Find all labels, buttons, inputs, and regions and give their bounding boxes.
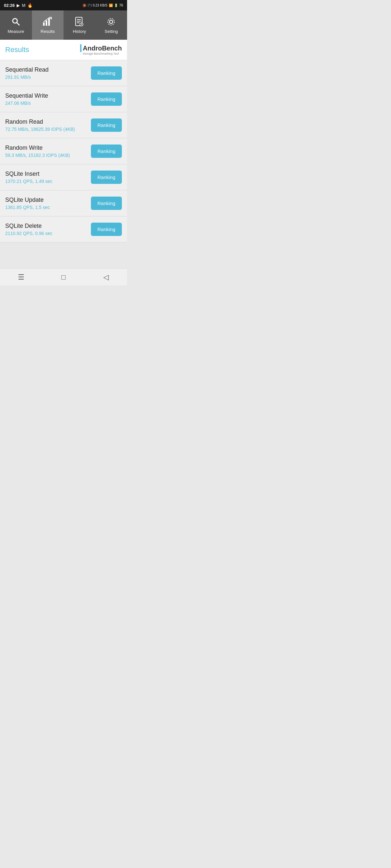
bottom-menu-button[interactable]: ☰	[13, 269, 29, 285]
result-row-random-write: Random Write 59.3 MB/s, 15182.3 IOPS (4K…	[0, 138, 127, 164]
tab-measure-label: Measure	[7, 29, 24, 34]
bottom-home-button[interactable]: □	[55, 269, 72, 285]
result-row-sequential-write: Sequential Write 247.06 MB/s Ranking	[0, 86, 127, 112]
result-info-sequential-write: Sequential Write 247.06 MB/s	[5, 92, 91, 106]
tab-setting[interactable]: Setting	[95, 10, 128, 40]
result-row-sqlite-delete: SQLite Delete 2110.92 QPS, 0.96 sec Rank…	[0, 216, 127, 243]
result-row-sqlite-update: SQLite Update 1361.85 QPS, 1.5 sec Ranki…	[0, 190, 127, 216]
history-icon	[74, 17, 85, 27]
result-name-sqlite-insert: SQLite Insert	[5, 170, 91, 177]
bottom-back-button[interactable]: ◁	[98, 269, 114, 285]
ranking-button-sqlite-delete[interactable]: Ranking	[91, 223, 122, 236]
page-title: Results	[5, 45, 29, 54]
svg-point-11	[108, 19, 114, 25]
gmail-icon: M	[22, 3, 25, 8]
result-row-sequential-read: Sequential Read 291.91 MB/s Ranking	[0, 60, 127, 86]
result-info-random-write: Random Write 59.3 MB/s, 15182.3 IOPS (4K…	[5, 145, 91, 158]
home-icon: □	[61, 273, 65, 281]
notification-icon: 🔕	[82, 4, 86, 7]
svg-rect-2	[43, 23, 45, 26]
result-info-random-read: Random Read 72.75 MB/s, 18625.39 IOPS (4…	[5, 119, 91, 132]
results-list: Sequential Read 291.91 MB/s Ranking Sequ…	[0, 60, 127, 269]
wifi-icon: 📶	[109, 4, 113, 7]
chart-icon	[43, 17, 53, 27]
status-left: 02:26 ▶ M 🔥	[4, 3, 33, 8]
empty-space	[0, 243, 127, 269]
ranking-button-sequential-read[interactable]: Ranking	[91, 66, 122, 80]
result-row-random-read: Random Read 72.75 MB/s, 18625.39 IOPS (4…	[0, 112, 127, 138]
svg-rect-3	[46, 21, 47, 26]
result-value-random-write: 59.3 MB/s, 15182.3 IOPS (4KB)	[5, 153, 91, 158]
bottom-navigation: ☰ □ ◁	[0, 269, 127, 285]
result-name-sqlite-delete: SQLite Delete	[5, 223, 91, 229]
search-icon	[11, 17, 21, 27]
brand-logo: AndroBench Storage Benchmarking Tool	[80, 44, 122, 55]
vibrate-icon: 📳	[88, 4, 91, 7]
result-value-random-read: 72.75 MB/s, 18625.39 IOPS (4KB)	[5, 127, 91, 132]
back-icon: ◁	[103, 273, 109, 281]
result-name-random-read: Random Read	[5, 119, 91, 125]
svg-point-10	[110, 20, 113, 24]
result-info-sqlite-update: SQLite Update 1361.85 QPS, 1.5 sec	[5, 196, 91, 210]
status-time: 02:26	[4, 3, 15, 8]
result-row-sqlite-insert: SQLite Insert 1370.21 QPS, 1.49 sec Rank…	[0, 164, 127, 190]
svg-rect-4	[48, 19, 50, 26]
brand-subtitle: Storage Benchmarking Tool	[83, 52, 119, 55]
ranking-button-random-read[interactable]: Ranking	[91, 119, 122, 132]
svg-line-1	[17, 23, 19, 25]
result-info-sqlite-delete: SQLite Delete 2110.92 QPS, 0.96 sec	[5, 223, 91, 236]
tab-history-label: History	[73, 29, 86, 34]
tab-measure[interactable]: Measure	[0, 10, 32, 40]
brand-bar-accent	[80, 44, 81, 52]
result-name-random-write: Random Write	[5, 145, 91, 151]
result-value-sqlite-delete: 2110.92 QPS, 0.96 sec	[5, 231, 91, 236]
result-value-sequential-write: 247.06 MB/s	[5, 100, 91, 106]
result-value-sequential-read: 291.91 MB/s	[5, 74, 91, 80]
network-speed: 0.23 KB/S	[93, 4, 108, 7]
tab-navigation: Measure Results History	[0, 10, 127, 40]
youtube-icon: ▶	[17, 3, 20, 8]
tab-setting-label: Setting	[105, 29, 118, 34]
result-name-sequential-write: Sequential Write	[5, 92, 91, 99]
brand-name: AndroBench	[80, 44, 122, 52]
firefox-icon: 🔥	[27, 3, 33, 8]
battery-icon: 🔋	[114, 4, 118, 7]
tab-results[interactable]: Results	[32, 10, 64, 40]
result-name-sequential-read: Sequential Read	[5, 66, 91, 73]
app-header: Results AndroBench Storage Benchmarking …	[0, 40, 127, 60]
result-name-sqlite-update: SQLite Update	[5, 196, 91, 204]
ranking-button-random-write[interactable]: Ranking	[91, 145, 122, 158]
ranking-button-sqlite-insert[interactable]: Ranking	[91, 170, 122, 184]
result-info-sequential-read: Sequential Read 291.91 MB/s	[5, 66, 91, 80]
status-bar: 02:26 ▶ M 🔥 🔕 📳 0.23 KB/S 📶 🔋 76	[0, 0, 127, 10]
result-info-sqlite-insert: SQLite Insert 1370.21 QPS, 1.49 sec	[5, 170, 91, 184]
ranking-button-sqlite-update[interactable]: Ranking	[91, 196, 122, 210]
tab-results-label: Results	[41, 29, 55, 34]
ranking-button-sequential-write[interactable]: Ranking	[91, 92, 122, 106]
tab-history[interactable]: History	[63, 10, 95, 40]
result-value-sqlite-update: 1361.85 QPS, 1.5 sec	[5, 205, 91, 210]
settings-icon	[106, 17, 116, 27]
status-right: 🔕 📳 0.23 KB/S 📶 🔋 76	[82, 3, 123, 7]
result-value-sqlite-insert: 1370.21 QPS, 1.49 sec	[5, 179, 91, 184]
menu-icon: ☰	[18, 273, 24, 281]
battery-level: 76	[119, 3, 123, 7]
